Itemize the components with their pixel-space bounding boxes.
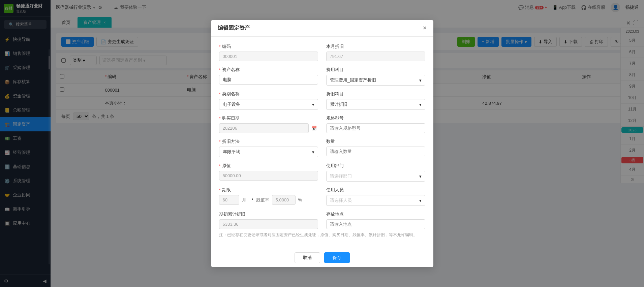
- form-item-accum-dep: 期初累计折旧: [219, 211, 318, 229]
- form-item-category: * 类别名称 电子设备 ▾: [219, 91, 318, 110]
- code-label: * 编码: [219, 43, 318, 50]
- form-item-spec: 规格型号: [326, 115, 425, 133]
- accum-dep-label: 期初累计折旧: [219, 211, 318, 217]
- cancel-button[interactable]: 取消: [295, 252, 320, 263]
- dep-subject-dropdown-icon: ▾: [419, 102, 422, 107]
- original-value-input[interactable]: [219, 171, 318, 181]
- user-label: 使用人员: [326, 187, 425, 193]
- spec-label: 规格型号: [326, 115, 425, 121]
- form-item-period: * 期限 月 * 残值率 %: [219, 187, 318, 206]
- form-item-location: 存放地点: [326, 211, 425, 229]
- period-label: * 期限: [219, 187, 318, 193]
- dep-subject-select[interactable]: 累计折旧 ▾: [326, 99, 425, 110]
- form-item-monthly-dep: 本月折旧: [326, 43, 425, 61]
- accum-dep-input[interactable]: [219, 219, 318, 229]
- dep-method-dropdown-icon: ▾: [312, 150, 314, 155]
- name-label: * 资产名称: [219, 67, 318, 73]
- category-dropdown-icon: ▾: [312, 102, 314, 107]
- save-button[interactable]: 保存: [324, 252, 350, 263]
- form-item-purchase-date: * 购买日期 📅: [219, 115, 318, 133]
- form-item-dep-subject: 折旧科目 累计折旧 ▾: [326, 91, 425, 110]
- form-item-name: * 资产名称: [219, 67, 318, 86]
- monthly-dep-label: 本月折旧: [326, 43, 425, 50]
- form-item-user: 使用人员 请选择人员 ▾: [326, 187, 425, 206]
- period-unit: 月: [242, 197, 246, 203]
- original-value-label: * 原值: [219, 163, 318, 169]
- calendar-icon[interactable]: 📅: [310, 124, 318, 132]
- user-select[interactable]: 请选择人员 ▾: [326, 195, 425, 206]
- department-label: 使用部门: [326, 163, 425, 169]
- monthly-dep-input: [326, 52, 425, 61]
- form-item-original-value: * 原值: [219, 163, 318, 182]
- name-input[interactable]: [219, 75, 318, 85]
- department-select[interactable]: 请选择部门 ▾: [326, 171, 425, 182]
- quantity-label: 数量: [326, 138, 425, 145]
- edit-asset-modal: 编辑固定资产 × * 编码 本月折旧: [211, 20, 433, 267]
- purchase-date-input[interactable]: [219, 123, 309, 133]
- modal-footer: 取消 保存: [211, 248, 433, 267]
- department-dropdown-icon: ▾: [419, 174, 422, 179]
- dep-method-select[interactable]: 年限平均 ▾: [219, 147, 318, 157]
- category-select[interactable]: 电子设备 ▾: [219, 99, 318, 110]
- modal-note: 注：已经存在变更记录或者对应固定资产已经生成凭证，原值、购买日期、残值率、累计折…: [219, 229, 425, 241]
- expense-subject-label: 费用科目: [326, 67, 425, 73]
- dep-subject-label: 折旧科目: [326, 91, 425, 97]
- spec-input[interactable]: [326, 123, 425, 133]
- period-input[interactable]: [219, 195, 239, 205]
- form-item-dep-method: * 折旧方法 年限平均 ▾: [219, 138, 318, 157]
- category-label: * 类别名称: [219, 91, 318, 97]
- user-dropdown-icon: ▾: [419, 198, 422, 203]
- modal-title: 编辑固定资产: [218, 25, 250, 32]
- expense-subject-dropdown-icon: ▾: [419, 78, 422, 83]
- purchase-date-label: * 购买日期: [219, 115, 318, 121]
- form-item-expense-subject: 费用科目 管理费用_固定资产折旧 ▾: [326, 67, 425, 86]
- modal-overlay: 编辑固定资产 × * 编码 本月折旧: [0, 0, 644, 287]
- residual-rate-input[interactable]: [272, 195, 296, 205]
- quantity-input[interactable]: [326, 147, 425, 156]
- modal-close-btn[interactable]: ×: [423, 25, 427, 32]
- form-item-code: * 编码: [219, 43, 318, 61]
- modal-header: 编辑固定资产 ×: [211, 20, 433, 37]
- dep-method-label: * 折旧方法: [219, 138, 318, 145]
- code-input[interactable]: [219, 52, 318, 61]
- form-item-department: 使用部门 请选择部门 ▾: [326, 163, 425, 182]
- form-item-quantity: 数量: [326, 138, 425, 157]
- modal-body: * 编码 本月折旧 * 资产名称: [211, 37, 433, 248]
- location-input[interactable]: [326, 219, 425, 229]
- expense-subject-select[interactable]: 管理费用_固定资产折旧 ▾: [326, 75, 425, 86]
- location-label: 存放地点: [326, 211, 425, 217]
